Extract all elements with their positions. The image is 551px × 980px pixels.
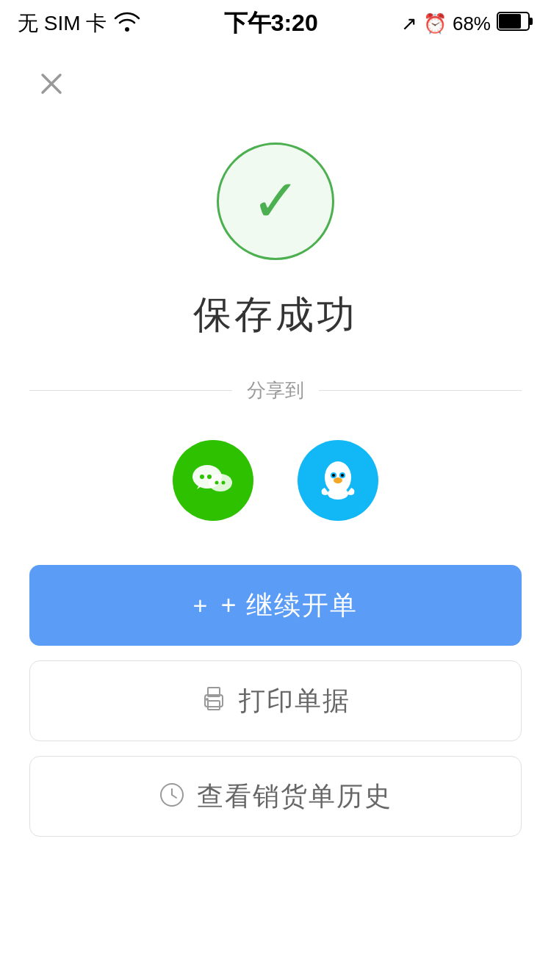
svg-point-15 [332,474,335,477]
svg-point-8 [207,475,212,479]
svg-rect-2 [499,14,521,29]
success-section: ✓ 保存成功 [0,120,551,378]
print-label: 打印单据 [239,683,350,719]
clock-icon [159,782,185,812]
qq-share-button[interactable] [298,440,378,521]
status-bar: 无 SIM 卡 下午3:20 ↗ ⏰ 68% [0,0,551,47]
svg-point-10 [221,480,225,484]
svg-point-6 [209,474,232,491]
svg-point-17 [334,478,342,483]
share-label: 分享到 [247,378,304,403]
svg-rect-20 [208,701,220,710]
printer-icon [201,686,227,716]
alarm-icon: ⏰ [423,12,447,35]
divider-right [319,390,522,391]
battery-label: 68% [453,12,491,35]
svg-point-16 [341,474,344,477]
location-icon: ↗ [401,12,417,35]
print-button[interactable]: 打印单据 [29,660,522,741]
status-time: 下午3:20 [224,7,318,40]
share-icons-container [29,440,522,521]
continue-order-label: + 继续开单 [220,588,358,624]
divider-left [29,390,232,391]
continue-order-button[interactable]: + + 继续开单 [29,565,522,646]
svg-line-24 [172,795,176,798]
history-label: 查看销货单历史 [197,779,392,815]
share-section: 分享到 [0,378,551,565]
wifi-icon [114,11,140,37]
action-buttons: + + 继续开单 打印单据 查看销货单历史 [0,565,551,837]
share-divider: 分享到 [29,378,522,403]
svg-point-12 [328,488,348,500]
status-left: 无 SIM 卡 [18,10,140,37]
svg-point-7 [200,475,204,479]
sim-label: 无 SIM 卡 [18,10,107,37]
svg-point-21 [206,698,209,701]
wechat-share-button[interactable] [173,440,253,521]
close-button-area [0,47,551,120]
success-title: 保存成功 [193,289,358,341]
history-button[interactable]: 查看销货单历史 [29,756,522,837]
status-right: ↗ ⏰ 68% [401,12,533,36]
svg-point-9 [215,480,218,484]
plus-icon: + [193,593,209,618]
svg-rect-1 [529,18,533,25]
checkmark-icon: ✓ [251,172,300,231]
close-button[interactable] [29,62,73,106]
battery-icon [497,12,533,36]
success-circle: ✓ [217,143,334,260]
